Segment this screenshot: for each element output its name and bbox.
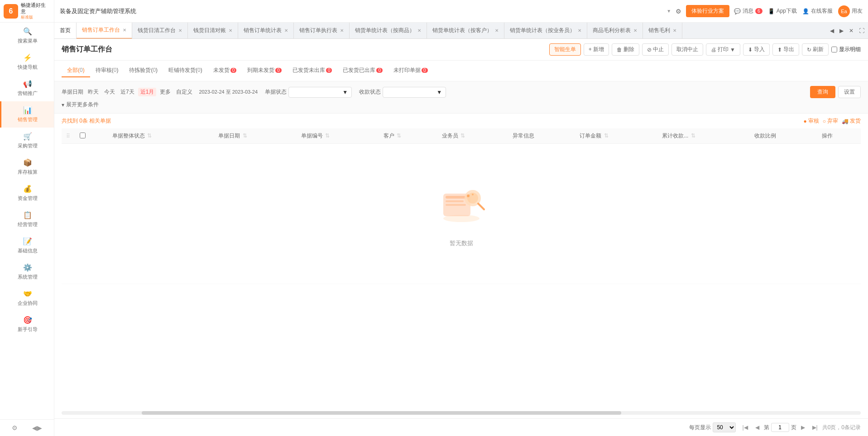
sidebar-item-inventory[interactable]: 📦 库存核算 xyxy=(0,154,54,180)
import-btn[interactable]: ⬇ 导入 xyxy=(743,43,770,56)
date-more[interactable]: 更多 xyxy=(158,87,173,97)
sidebar-item-operations[interactable]: 📋 经营管理 xyxy=(0,206,54,232)
date-1month[interactable]: 近1月 xyxy=(138,88,157,96)
avatar: Ea xyxy=(838,5,850,17)
filter-tab-pending-inspect[interactable]: 待拣验货(0) xyxy=(124,64,163,77)
set-btn[interactable]: 设置 xyxy=(838,86,861,98)
tab-sales-margin[interactable]: 销售毛利 ✕ xyxy=(643,23,682,39)
audit-action-btn[interactable]: ● 审核 xyxy=(804,117,819,125)
tab-reconcile-close[interactable]: ✕ xyxy=(229,28,232,33)
online-service-btn[interactable]: 👤 在线客服 xyxy=(802,7,833,15)
sidebar-item-guide[interactable]: 🎯 新手引导 xyxy=(0,311,54,337)
sidebar-item-basicinfo[interactable]: 📝 基础信息 xyxy=(0,232,54,259)
cancel-stop-btn[interactable]: 取消中止 xyxy=(671,43,703,56)
sidebar-item-inventory-label: 库存核算 xyxy=(18,169,38,175)
cancel-audit-action-btn[interactable]: ○ 弃审 xyxy=(823,117,838,125)
message-btn[interactable]: 💬 消息 6 xyxy=(734,7,762,15)
industry-btn[interactable]: 体验行业方案 xyxy=(686,5,729,17)
tab-home[interactable]: 首页 xyxy=(54,23,77,39)
query-btn[interactable]: 查询 xyxy=(810,86,835,98)
date-7days[interactable]: 近7天 xyxy=(119,87,136,97)
filter-tab-all[interactable]: 全部(0) xyxy=(62,64,90,77)
sidebar-item-quicknav[interactable]: ⚡ 快捷导航 xyxy=(0,49,54,75)
tab-sales-stat-product-close[interactable]: ✕ xyxy=(417,28,421,33)
add-btn[interactable]: + 新增 xyxy=(584,43,609,56)
filter-tab-overdue-unshipped[interactable]: 到期未发货0 xyxy=(242,64,287,77)
filter-tab-unprinted[interactable]: 未打印单据0 xyxy=(388,64,433,77)
tab-order-stat-close[interactable]: ✕ xyxy=(284,28,288,33)
tab-sales-margin-close[interactable]: ✕ xyxy=(673,28,676,33)
sidebar-item-system[interactable]: ⚙️ 系统管理 xyxy=(0,259,54,285)
settings-icon[interactable]: ⚙ xyxy=(676,8,681,15)
export-btn[interactable]: ⬆ 导出 xyxy=(772,43,799,56)
select-all-checkbox[interactable] xyxy=(80,133,86,138)
th-amount[interactable]: 订单金额 ⇅ xyxy=(575,128,657,144)
th-cumulative[interactable]: 累计收款... ⇅ xyxy=(657,128,750,144)
tab-margin-analysis[interactable]: 商品毛利分析表 ✕ xyxy=(587,23,643,39)
collapse-footer-btn[interactable]: ◀▶ xyxy=(32,424,42,431)
horizontal-scrollbar[interactable] xyxy=(62,411,861,415)
tab-sales-stat-customer-close[interactable]: ✕ xyxy=(495,28,499,33)
sidebar-item-purchase[interactable]: 🛒 采购管理 xyxy=(0,128,54,154)
date-today[interactable]: 今天 xyxy=(102,87,117,97)
th-status[interactable]: 单据整体状态 ⇅ xyxy=(108,128,214,144)
sidebar-item-sales[interactable]: 📊 销售管理 xyxy=(0,101,54,128)
th-checkbox[interactable] xyxy=(75,128,108,144)
tab-sales-stat-customer[interactable]: 销货单统计表（按客户） ✕ xyxy=(427,23,504,39)
sidebar-item-finance[interactable]: 💰 资金管理 xyxy=(0,180,54,206)
tab-sales-order-close[interactable]: ✕ xyxy=(123,28,126,33)
sidebar-item-marketing[interactable]: 📢 营销推广 xyxy=(0,75,54,101)
app-download-btn[interactable]: 📱 App下载 xyxy=(768,7,797,15)
tab-next-btn[interactable]: ▶ xyxy=(838,27,845,35)
filter-tab-unshipped[interactable]: 未发货0 xyxy=(208,64,242,77)
filter-tab-shipped-not-out[interactable]: 已发货未出库0 xyxy=(287,64,338,77)
th-number[interactable]: 单据编号 ⇅ xyxy=(297,128,379,144)
tab-cashflow[interactable]: 钱货日清工作台 ✕ xyxy=(132,23,188,39)
refresh-btn[interactable]: ↻ 刷新 xyxy=(802,43,829,56)
status-select[interactable]: ▼ xyxy=(288,87,352,98)
smart-generate-btn[interactable]: 智能生单 xyxy=(549,43,581,56)
tab-sales-stat-employee-close[interactable]: ✕ xyxy=(578,28,581,33)
tab-order-exec-close[interactable]: ✕ xyxy=(340,28,344,33)
tab-order-exec[interactable]: 销售订单执行表 ✕ xyxy=(294,23,350,39)
tab-sales-stat-product[interactable]: 销货单统计表（按商品） ✕ xyxy=(350,23,427,39)
scrollbar-thumb[interactable] xyxy=(142,411,621,415)
page-input[interactable] xyxy=(771,423,789,432)
ship-action-btn[interactable]: 🚚 发货 xyxy=(842,117,861,125)
tab-margin-analysis-close[interactable]: ✕ xyxy=(633,28,637,33)
stop-btn[interactable]: ⊘ 中止 xyxy=(642,43,669,56)
th-employee[interactable]: 业务员 ⇅ xyxy=(437,128,508,144)
tab-fullscreen-btn[interactable]: ⛶ xyxy=(857,27,866,35)
delete-btn[interactable]: 🗑 删除 xyxy=(612,43,639,56)
page-last-btn[interactable]: ▶| xyxy=(810,423,820,431)
payment-select[interactable]: ▼ xyxy=(383,87,446,98)
filter-tab-shipped-out[interactable]: 已发货已出库0 xyxy=(337,64,388,77)
filter-tab-wangpu-pending[interactable]: 旺铺待发货(0) xyxy=(163,64,208,77)
tab-order-stat[interactable]: 销售订单统计表 ✕ xyxy=(238,23,294,39)
expand-conditions-btn[interactable]: ▾ 展开更多条件 xyxy=(62,101,861,109)
tab-reconcile[interactable]: 钱货日清对账 ✕ xyxy=(188,23,238,39)
sidebar-item-search[interactable]: 🔍 搜索菜单 xyxy=(0,23,54,49)
tab-close-all-btn[interactable]: ✕ xyxy=(847,27,855,35)
date-custom[interactable]: 自定义 xyxy=(174,87,194,97)
page-prev-btn[interactable]: ◀ xyxy=(753,423,762,431)
tab-cashflow-close[interactable]: ✕ xyxy=(178,28,182,33)
date-yesterday[interactable]: 昨天 xyxy=(86,87,101,97)
user-btn[interactable]: Ea 用友 xyxy=(838,5,863,17)
tab-sales-order[interactable]: 销售订单工作台 ✕ xyxy=(77,23,132,39)
avatar-text: Ea xyxy=(841,9,847,14)
page-first-btn[interactable]: |◀ xyxy=(739,423,750,431)
page-next-btn[interactable]: ▶ xyxy=(798,423,808,431)
th-date[interactable]: 单据日期 ⇅ xyxy=(214,128,296,144)
th-customer[interactable]: 客户 ⇅ xyxy=(379,128,438,144)
show-detail-checkbox[interactable] xyxy=(831,47,837,52)
page-size-select[interactable]: 50 100 200 xyxy=(713,422,736,432)
filter-tab-pending-audit[interactable]: 待审核(0) xyxy=(90,64,124,77)
show-detail-checkbox-label[interactable]: 显示明细 xyxy=(831,46,861,53)
tab-prev-btn[interactable]: ◀ xyxy=(828,27,836,35)
sidebar-item-enterprise[interactable]: 🤝 企业协同 xyxy=(0,285,54,311)
system-dropdown-arrow[interactable]: ▼ xyxy=(667,9,671,14)
print-btn[interactable]: 🖨 打印 ▼ xyxy=(706,43,740,56)
settings-footer-btn[interactable]: ⚙ xyxy=(12,424,18,431)
tab-sales-stat-employee[interactable]: 销货单统计表（按业务员） ✕ xyxy=(504,23,587,39)
